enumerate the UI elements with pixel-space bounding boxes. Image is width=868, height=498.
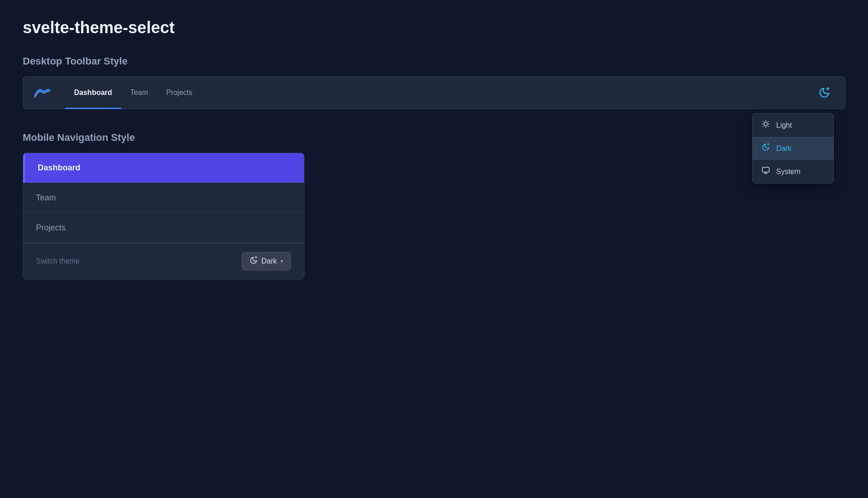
svg-line-7 (763, 121, 763, 122)
chevron-down-icon: ▾ (280, 258, 283, 264)
theme-option-dark[interactable]: Dark (753, 137, 833, 160)
theme-option-light[interactable]: Light (753, 114, 833, 137)
desktop-nav-item-projects[interactable]: Projects (157, 76, 202, 109)
mobile-nav-item-dashboard[interactable]: Dashboard (23, 153, 304, 183)
mobile-theme-moon-icon (249, 256, 258, 266)
desktop-toolbar: Dashboard Team Projects (23, 76, 845, 109)
desktop-nav-item-dashboard[interactable]: Dashboard (65, 76, 121, 109)
theme-system-label: System (776, 168, 800, 176)
theme-option-system[interactable]: System (753, 160, 833, 183)
mobile-nav-footer: Switch theme Dark ▾ (23, 243, 304, 279)
sun-icon (761, 120, 771, 130)
theme-dropdown: Light Dark System (752, 113, 834, 184)
desktop-section-title: Desktop Toolbar Style (23, 55, 845, 67)
mobile-theme-button[interactable]: Dark ▾ (241, 252, 291, 271)
monitor-icon (761, 166, 771, 177)
mobile-nav: Dashboard Team Projects Switch theme Dar… (23, 153, 304, 279)
theme-dark-label: Dark (776, 144, 792, 153)
mobile-theme-current-label: Dark (261, 257, 277, 265)
desktop-nav-item-team[interactable]: Team (121, 76, 157, 109)
desktop-toolbar-nav: Dashboard Team Projects (65, 76, 815, 109)
mobile-nav-item-team[interactable]: Team (23, 183, 304, 213)
toolbar-logo (34, 85, 50, 101)
svg-point-2 (764, 122, 768, 126)
mobile-nav-item-projects[interactable]: Projects (23, 213, 304, 243)
switch-theme-label: Switch theme (36, 257, 80, 265)
app-title: svelte-theme-select (23, 18, 845, 37)
desktop-theme-toggle-button[interactable] (815, 83, 834, 102)
svg-line-10 (768, 121, 768, 122)
svg-rect-13 (763, 167, 769, 172)
svg-line-9 (763, 126, 763, 127)
theme-light-label: Light (776, 121, 792, 129)
mobile-section-title: Mobile Navigation Style (23, 132, 845, 144)
svg-line-8 (768, 126, 768, 127)
moon-plus-icon (761, 143, 771, 154)
